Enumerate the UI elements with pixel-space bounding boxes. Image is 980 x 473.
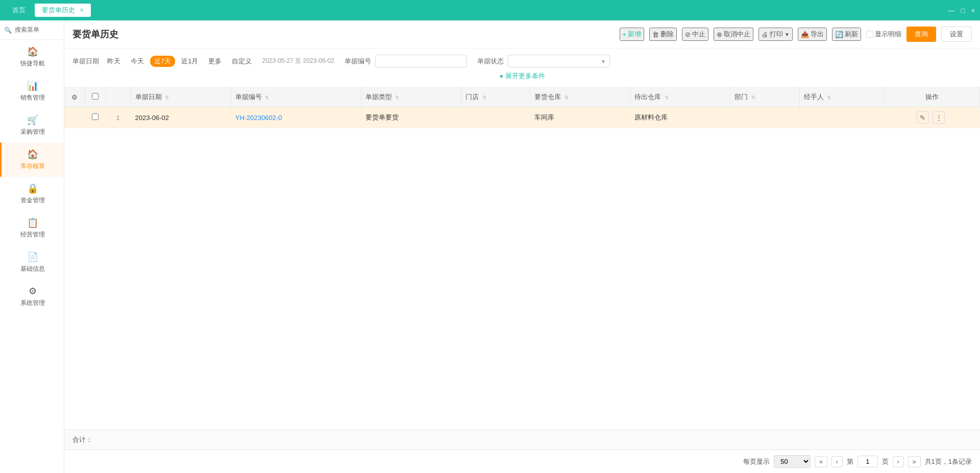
- window-maximize[interactable]: □: [961, 7, 965, 14]
- expand-more-btn[interactable]: ▾ 展开更多条件: [72, 72, 972, 81]
- window-minimize[interactable]: —: [948, 7, 955, 14]
- next-page-btn[interactable]: ›: [893, 456, 904, 467]
- row-store-cell: [461, 107, 530, 128]
- sidebar: 🔍 搜索菜单 🏠 快捷导航 📊 销售管理 🛒 采购管理 🏠 库存核算 🔒 资金管…: [0, 20, 64, 473]
- col-req-warehouse[interactable]: 要货仓库 ⇅: [530, 87, 630, 107]
- delete-icon: 🗑: [652, 31, 659, 38]
- date-filter-label: 单据日期: [72, 57, 99, 66]
- print-icon: 🖨: [762, 31, 768, 38]
- row-handler-cell: [799, 107, 884, 128]
- row-edit-btn[interactable]: ✎: [917, 111, 929, 124]
- col-checkbox[interactable]: [85, 87, 105, 107]
- tab-home[interactable]: 首页: [5, 4, 33, 17]
- tab-close-icon[interactable]: ×: [80, 7, 84, 14]
- settings-button[interactable]: 设置: [941, 27, 972, 42]
- sort-docnum-icon: ⇅: [265, 94, 269, 100]
- col-store[interactable]: 门店 ⇅: [461, 87, 530, 107]
- sidebar-item-sales[interactable]: 📊 销售管理: [0, 74, 64, 108]
- date-filter-group: 单据日期 昨天 今天 近7天 近1月 更多 自定义 2023-05-27 至 2…: [72, 56, 334, 67]
- cancel-stop-button[interactable]: ⊗ 取消中止: [714, 28, 753, 41]
- col-department[interactable]: 部门 ⇅: [730, 87, 799, 107]
- home-icon: 🏠: [27, 46, 38, 57]
- filter-row: 单据日期 昨天 今天 近7天 近1月 更多 自定义 2023-05-27 至 2…: [72, 55, 972, 67]
- system-icon: ⚙: [29, 286, 37, 297]
- doc-number-link[interactable]: YH-20230602-0: [235, 114, 282, 122]
- row-reqwh-cell: 车间库: [530, 107, 630, 128]
- sidebar-item-finance[interactable]: 🔒 资金管理: [0, 177, 64, 211]
- row-checkbox[interactable]: [92, 113, 99, 120]
- search-icon: 🔍: [4, 27, 12, 34]
- cancel-stop-icon: ⊗: [717, 31, 722, 38]
- expand-icon: ▾: [500, 73, 503, 80]
- sort-reqwh-icon: ⇅: [565, 94, 569, 100]
- tab-bar: 首页 要货单历史 ×: [5, 4, 948, 17]
- new-button[interactable]: + 新增: [620, 28, 645, 41]
- toolbar: + 新增 🗑 删除 ⊘ 中止 ⊗ 取消中止: [620, 27, 972, 42]
- refresh-button[interactable]: 🔄 刷新: [832, 28, 861, 41]
- window-close[interactable]: ×: [971, 7, 975, 14]
- sort-pendwh-icon: ⇅: [665, 94, 669, 100]
- first-page-btn[interactable]: «: [815, 456, 827, 467]
- stop-button[interactable]: ⊘ 中止: [682, 28, 708, 41]
- sidebar-item-operations[interactable]: 📋 经营管理: [0, 211, 64, 245]
- row-settings-cell: [64, 107, 85, 128]
- basic-icon: 📄: [27, 251, 38, 263]
- delete-button[interactable]: 🗑 删除: [649, 28, 677, 41]
- stop-icon: ⊘: [685, 31, 691, 38]
- top-bar: 首页 要货单历史 × — □ ×: [0, 0, 980, 20]
- total-info: 共1页，1条记录: [925, 457, 972, 466]
- sidebar-item-system[interactable]: ⚙ 系统管理: [0, 279, 64, 314]
- page-header: 要货单历史 + 新增 🗑 删除 ⊘ 中止 ⊗: [64, 20, 980, 49]
- filter-area: 单据日期 昨天 今天 近7天 近1月 更多 自定义 2023-05-27 至 2…: [64, 49, 980, 87]
- page-label-before: 第: [847, 457, 853, 466]
- row-more-btn[interactable]: ⋮: [933, 111, 945, 124]
- sort-handler-icon: ⇅: [827, 94, 831, 100]
- select-all-checkbox[interactable]: [92, 93, 99, 100]
- sidebar-item-quicknav[interactable]: 🏠 快捷导航: [0, 40, 64, 74]
- date-range-text: 2023-05-27 至 2023-06-02: [262, 57, 334, 65]
- sidebar-item-basic[interactable]: 📄 基础信息: [0, 245, 64, 279]
- date-btn-today[interactable]: 今天: [127, 56, 148, 67]
- sales-icon: 📊: [27, 80, 38, 91]
- sort-doctype-icon: ⇅: [395, 94, 399, 100]
- operations-icon: 📋: [27, 217, 38, 228]
- sort-dept-icon: ⇅: [751, 94, 755, 100]
- query-button[interactable]: 查询: [906, 27, 936, 42]
- display-detail-checkbox[interactable]: [866, 31, 873, 38]
- data-table: ⚙ 单据日期 ⇅ 单据编号 ⇅: [64, 87, 980, 128]
- date-filter-btns: 昨天 今天 近7天 近1月 更多 自定义: [103, 56, 256, 67]
- sidebar-item-inventory[interactable]: 🏠 库存核算: [0, 143, 64, 177]
- col-settings[interactable]: ⚙: [64, 87, 85, 107]
- col-action: 操作: [884, 87, 980, 107]
- date-btn-more[interactable]: 更多: [204, 56, 226, 67]
- last-page-btn[interactable]: »: [908, 456, 921, 467]
- refresh-icon: 🔄: [835, 31, 843, 38]
- page-number-input[interactable]: [857, 456, 878, 467]
- date-btn-custom[interactable]: 自定义: [228, 56, 256, 67]
- date-btn-1month[interactable]: 近1月: [177, 56, 202, 67]
- tab-history[interactable]: 要货单历史 ×: [35, 4, 91, 17]
- col-doc-number[interactable]: 单据编号 ⇅: [231, 87, 361, 107]
- row-docnum-cell[interactable]: YH-20230602-0: [231, 107, 361, 128]
- col-handler[interactable]: 经手人 ⇅: [799, 87, 884, 107]
- export-button[interactable]: 📤 导出: [798, 28, 827, 41]
- print-button[interactable]: 🖨 打印 ▼: [758, 28, 793, 41]
- row-num-cell: 1: [105, 107, 131, 128]
- date-btn-7days[interactable]: 近7天: [150, 56, 175, 67]
- inventory-icon: 🏠: [27, 149, 38, 160]
- main-layout: 🔍 搜索菜单 🏠 快捷导航 📊 销售管理 🛒 采购管理 🏠 库存核算 🔒 资金管…: [0, 20, 980, 473]
- display-detail-btn[interactable]: 显示明细: [866, 30, 901, 39]
- page-container: 要货单历史 + 新增 🗑 删除 ⊘ 中止 ⊗: [64, 20, 980, 473]
- export-icon: 📤: [801, 31, 809, 38]
- doc-number-input[interactable]: [375, 55, 467, 67]
- date-btn-yesterday[interactable]: 昨天: [103, 56, 125, 67]
- page-size-select[interactable]: 50 20 100 200: [774, 455, 811, 468]
- col-pending-warehouse[interactable]: 待出仓库 ⇅: [630, 87, 730, 107]
- status-select[interactable]: [508, 55, 610, 67]
- col-doc-type[interactable]: 单据类型 ⇅: [361, 87, 461, 107]
- row-checkbox-cell[interactable]: [85, 107, 105, 128]
- sidebar-item-purchase[interactable]: 🛒 采购管理: [0, 108, 64, 143]
- search-menu[interactable]: 🔍 搜索菜单: [0, 20, 64, 40]
- prev-page-btn[interactable]: ‹: [831, 456, 843, 467]
- col-date[interactable]: 单据日期 ⇅: [131, 87, 231, 107]
